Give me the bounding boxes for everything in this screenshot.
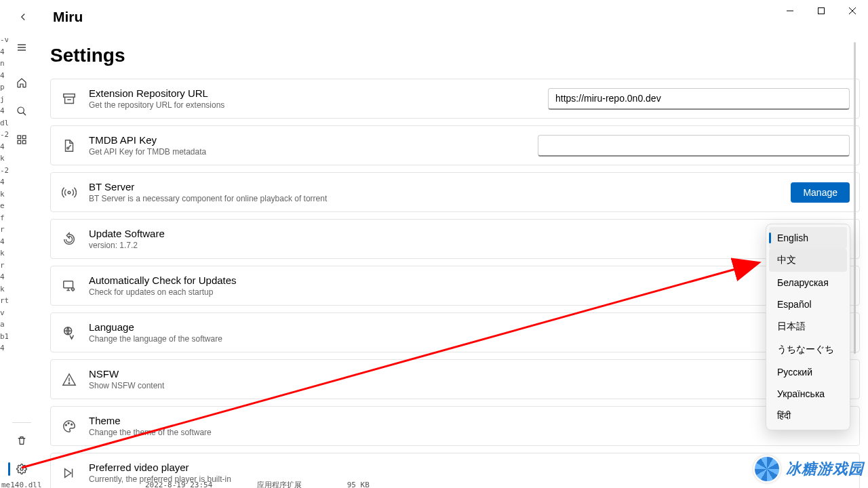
search-icon: [16, 106, 27, 117]
language-dropdown: English 中文 Беларуская Español 日本語 うちなーぐち…: [766, 224, 850, 430]
svg-line-8: [23, 113, 26, 115]
setting-row-update[interactable]: Update Softwareversion: 1.7.2: [50, 219, 860, 259]
home-icon: [16, 77, 27, 88]
globe-language-icon: [62, 325, 77, 340]
warning-icon: [62, 372, 77, 387]
setting-row-bt: BT ServerBT Server is a necessary compon…: [50, 172, 860, 212]
row-desc: BT Server is a necessary component for o…: [89, 194, 327, 203]
svg-point-7: [18, 107, 24, 113]
dropdown-item-belarusian[interactable]: Беларуская: [769, 272, 847, 293]
refresh-icon: [62, 232, 77, 247]
watermark-logo-icon: [753, 455, 781, 483]
row-title: Preferred video player: [89, 462, 231, 473]
trash-icon: [16, 435, 27, 446]
row-title: Extension Repository URL: [89, 87, 224, 99]
svg-point-24: [71, 424, 73, 425]
svg-point-15: [67, 147, 69, 149]
minimize-button[interactable]: [774, 0, 806, 22]
main-content: Settings Extension Repository URLGet the…: [42, 34, 868, 488]
background-file-row: me140.dll 2022-8-19 23:54 应用程序扩展 95 KB: [0, 480, 407, 488]
setting-row-autocheck[interactable]: Automatically Check for UpdatesCheck for…: [50, 266, 860, 306]
row-title: TMDB API Key: [89, 134, 206, 146]
svg-rect-12: [22, 140, 26, 144]
sidebar-settings[interactable]: [8, 455, 35, 483]
sidebar-extensions[interactable]: [8, 126, 35, 153]
grid-icon: [16, 134, 27, 145]
repo-url-input[interactable]: [548, 88, 850, 110]
row-desc: Show NSFW content: [89, 381, 164, 390]
row-desc: version: 1.7.2: [89, 241, 165, 250]
dropdown-item-russian[interactable]: Русский: [769, 361, 847, 383]
row-title: BT Server: [89, 181, 327, 192]
broadcast-icon: [62, 185, 77, 200]
svg-point-22: [66, 424, 67, 426]
palette-icon: [62, 419, 77, 434]
sidebar-menu[interactable]: [8, 34, 35, 61]
dropdown-item-ukrainian[interactable]: Українська: [769, 383, 847, 405]
watermark: 冰糖游戏园: [753, 455, 864, 483]
svg-rect-1: [818, 8, 825, 14]
key-file-icon: [62, 138, 77, 153]
monitor-gear-icon: [62, 279, 77, 293]
row-title: Theme: [89, 415, 212, 426]
svg-point-18: [72, 287, 75, 290]
row-title: Update Software: [89, 228, 165, 239]
row-desc: Check for updates on each startup: [89, 287, 237, 297]
sidebar-search[interactable]: [8, 98, 35, 125]
minimize-icon: [786, 7, 794, 15]
titlebar: Miru: [0, 0, 868, 34]
sidebar: [8, 34, 35, 488]
setting-row-nsfw[interactable]: NSFWShow NSFW content: [50, 359, 860, 399]
setting-row-tmdb: TMDB API KeyGet API Key for TMDB metadat…: [50, 125, 860, 165]
svg-rect-17: [64, 281, 73, 287]
setting-row-theme[interactable]: ThemeChange the theme of the software: [50, 406, 860, 446]
gear-icon: [16, 464, 27, 474]
svg-point-16: [68, 191, 71, 194]
close-icon: [848, 7, 856, 15]
row-title: Language: [89, 321, 222, 333]
maximize-icon: [817, 7, 825, 15]
row-title: NSFW: [89, 368, 164, 380]
sidebar-divider: [12, 422, 31, 423]
sidebar-trash[interactable]: [8, 427, 35, 454]
archive-icon: [62, 92, 77, 106]
setting-row-repo: Extension Repository URLGet the reposito…: [50, 79, 860, 119]
dropdown-item-okinawan[interactable]: うちなーぐち: [769, 338, 847, 361]
dropdown-item-english[interactable]: English: [769, 227, 847, 249]
back-button[interactable]: [9, 3, 37, 30]
setting-row-language[interactable]: LanguageChange the language of the softw…: [50, 312, 860, 352]
dropdown-item-spanish[interactable]: Español: [769, 293, 847, 315]
play-forward-icon: [62, 466, 77, 481]
watermark-text: 冰糖游戏园: [786, 459, 864, 479]
app-title: Miru: [53, 9, 83, 25]
svg-rect-11: [18, 140, 21, 144]
svg-rect-9: [18, 136, 21, 139]
dropdown-item-hindi[interactable]: हिंदी: [769, 405, 847, 427]
arrow-left-icon: [17, 11, 29, 23]
row-title: Automatically Check for Updates: [89, 274, 237, 286]
row-desc: Get the repository URL for extensions: [89, 100, 224, 110]
maximize-button[interactable]: [806, 0, 837, 22]
svg-point-23: [68, 422, 69, 424]
hamburger-icon: [16, 42, 27, 53]
close-button[interactable]: [837, 0, 868, 22]
page-title: Settings: [50, 45, 860, 66]
window-controls: [774, 0, 868, 22]
svg-point-13: [20, 468, 23, 470]
svg-rect-10: [22, 136, 26, 139]
dropdown-item-japanese[interactable]: 日本語: [769, 315, 847, 338]
row-desc: Change the theme of the software: [89, 428, 212, 437]
tmdb-key-input[interactable]: [538, 135, 850, 157]
row-desc: Get API Key for TMDB metadata: [89, 147, 206, 157]
svg-point-21: [68, 382, 69, 383]
row-desc: Change the language of the software: [89, 334, 222, 344]
svg-rect-14: [64, 94, 75, 97]
sidebar-home[interactable]: [8, 69, 35, 96]
manage-button[interactable]: Manage: [791, 182, 850, 203]
scrollbar[interactable]: [854, 42, 856, 354]
dropdown-item-chinese[interactable]: 中文: [769, 249, 847, 272]
truncated-bg-text: -v 4 n 4 p j 4 dl -2 4 k -2 4 k e f r 4 …: [0, 34, 8, 481]
